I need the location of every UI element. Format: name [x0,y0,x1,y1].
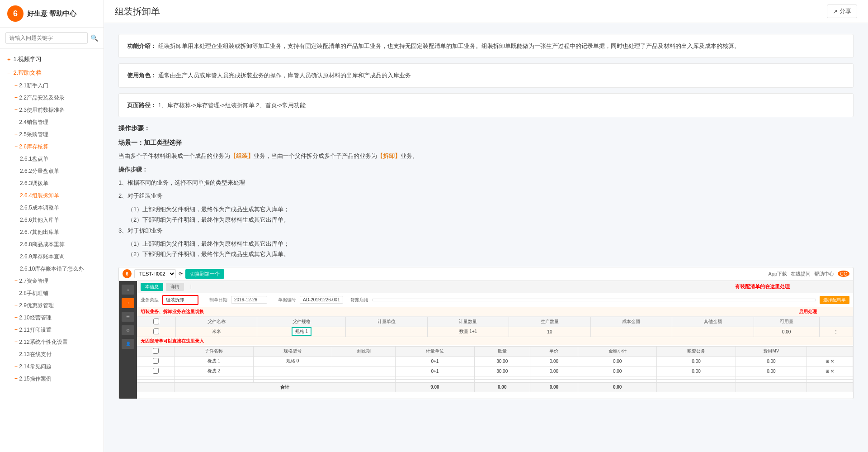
intro-block-3: 页面路径： 1、库存核算->库存管理->组装拆卸单 2、首页->常用功能 [118,93,854,117]
sidebar-item-s29[interactable]: + 2.9优惠券管理 [0,300,104,312]
sidebar-item-s215[interactable]: + 2.15操作案例 [0,373,104,385]
sidebar-item-s264[interactable]: 2.6.4组装拆卸单 [0,190,104,202]
sidebar-item-s23[interactable]: + 2.3使用前数据准备 [0,104,104,116]
td-spec: 规格 1 [257,327,346,337]
sidebar-item-s211[interactable]: + 2.11打印设置 [0,324,104,336]
annotation-text1: 有装配清单的在这里处理 [735,283,790,290]
sub-td-price: 0.00 [530,356,578,366]
sim-nav-person: 👤 [122,339,134,349]
th-unit: 计量单位 [346,317,427,327]
annotation-row: 组装业务、拆卸业务在这里切换 启用处理 [137,307,853,317]
sub-td-unit: 0+1 [396,356,474,366]
app-logo: 6 [7,5,24,22]
sim-store-input[interactable] [372,299,816,301]
sidebar-item-s269[interactable]: 2.6.9库存账本查询 [0,251,104,263]
row-checkbox[interactable] [153,328,159,334]
sidebar-item-video[interactable]: + 1.视频学习 [0,52,104,66]
sub-td-exp [332,356,395,366]
plus-icon: + [14,278,18,284]
sub-td-name2: 橡皮 2 [175,366,253,376]
plus-icon: + [14,119,18,125]
nav-tree: + 1.视频学习 − 2.帮助文档 + 2.1新手入门 + 2.2产品安装及登录… [0,49,104,452]
th-avail: 可用量 [754,317,819,327]
sub-empty10 [736,376,807,379]
expand-icon: + [7,56,11,63]
sidebar-item-s210[interactable]: + 2.10经营管理 [0,312,104,324]
sidebar-item-s26[interactable]: − 2.6库存核算 [0,141,104,153]
sidebar-item-s265[interactable]: 2.6.5成本调整单 [0,202,104,214]
sidebar-item-s267[interactable]: 2.6.7其他出库单 [0,226,104,238]
app-title: 好生意 帮助中心 [27,10,76,18]
sim-label-biztype: 业务类型 [141,297,159,303]
header-checkbox[interactable] [153,319,159,324]
sub-th-action [807,346,853,356]
sidebar-item-s28[interactable]: + 2.8手机旺铺 [0,287,104,300]
sim-left-nav: ⌂ ＋ ☰ ⚙ 👤 [119,281,137,399]
plus-icon: + [14,82,18,89]
sidebar-item-s268[interactable]: 2.6.8商品成本重算 [0,238,104,251]
plus-icon: + [14,302,18,309]
sidebar-item-s212[interactable]: + 2.12系统个性化设置 [0,336,104,348]
sidebar-item-s25[interactable]: + 2.5采购管理 [0,128,104,141]
sim-table-area: 父件名称 父件规格 计量单位 计量数量 生产数量 成本金额 其他金额 可用量 [137,317,853,399]
sub-td-account2: 0.00 [657,366,736,376]
sub-td-account: 0.00 [657,356,736,366]
sidebar-item-s261[interactable]: 2.6.1盘点单 [0,153,104,165]
sub-empty5 [396,376,474,379]
sidebar-item-s213[interactable]: + 2.13在线支付 [0,348,104,361]
sub-th-name: 子件名称 [175,346,253,356]
sub-header-checkbox[interactable] [153,348,159,354]
sidebar-item-s27[interactable]: + 2.7资金管理 [0,275,104,287]
td-action: ⋮ [819,327,853,337]
sub-empty7 [530,376,578,379]
sidebar-item-s2610[interactable]: 2.6.10库存账本错了怎么办 [0,263,104,275]
footer-label: 合计 [175,382,396,392]
sub-td-mv: 0.00 [736,356,807,366]
sub-th-check [137,346,175,356]
sidebar-item-docs[interactable]: − 2.帮助文档 [0,66,104,80]
sub-empty4 [332,376,395,379]
th-check [137,317,176,327]
plus-icon: + [14,363,18,370]
sidebar: 6 好生意 帮助中心 🔍 + 1.视频学习 − 2.帮助文档 + 2.1新手入门… [0,0,104,452]
sidebar-item-s214[interactable]: + 2.14常见问题 [0,361,104,373]
sidebar-item-s22[interactable]: + 2.2产品安装及登录 [0,92,104,104]
sim-icon-refresh: ⟳ [179,271,183,277]
search-icon[interactable]: 🔍 [90,34,98,42]
search-input[interactable] [5,32,88,44]
sim-confirm-btn[interactable]: 选择配料单 [820,296,849,304]
sub-td-action2: ⊞ ✕ [807,366,853,376]
sidebar-item-s262[interactable]: 2.6.2分量盘点单 [0,165,104,177]
sub-empty9 [657,376,736,379]
sim-biztype-value[interactable]: 组装拆卸 [162,295,198,305]
step3b: （2）下部明细为子件明细，最终作为产成品生成其它入库单。 [118,249,854,259]
intro-block-2: 使用角色： 通常由生产人员或库管人员完成拆装业务的操作，库管人员确认原材料的出库… [118,63,854,87]
sim-nav-new: ＋ [122,298,134,308]
topbar: 组装拆卸单 ↗ 分享 [104,0,868,23]
sim-company-select[interactable]: TEST-H002 [134,269,176,278]
sim-logo: 6 [123,269,132,278]
sim-main-content: 本信息 详情 | 业务类型 组装拆卸 制单日期 2019-12-26 [137,281,853,399]
sub-td-amount: 0.00 [578,356,656,366]
page-title: 组装拆卸单 [115,5,160,18]
scenario1-heading: 场景一：加工类型选择 [118,139,854,147]
main-content: 组装拆卸单 ↗ 分享 功能介绍： 组装拆卸单用来处理企业组装或拆卸等加工业务，支… [104,0,868,452]
sub-table-row [137,376,853,379]
intro-label2: 使用角色： [127,72,156,79]
sim-top-icons: App下载 在线提问 帮助中心 CC [769,271,849,277]
sidebar-item-s21[interactable]: + 2.1新手入门 [0,80,104,92]
th-action [819,317,853,327]
sim-nav-home: ⌂ [122,285,134,295]
sim-form-row: 业务类型 组装拆卸 制单日期 2019-12-26 单据编号 AD-201912… [137,293,853,307]
td-check [137,327,176,337]
th-other: 其他金额 [672,317,754,327]
sidebar-item-s266[interactable]: 2.6.6其他入库单 [0,214,104,226]
share-button[interactable]: ↗ 分享 [827,5,857,18]
td-cost [590,327,672,337]
td-unit [346,327,427,337]
sidebar-item-s263[interactable]: 2.6.3调拨单 [0,177,104,190]
td-avail: 0.00 [754,327,819,337]
sub-empty3 [253,376,332,379]
sidebar-item-s24[interactable]: + 2.4销售管理 [0,116,104,128]
sub-empty8 [578,376,656,379]
